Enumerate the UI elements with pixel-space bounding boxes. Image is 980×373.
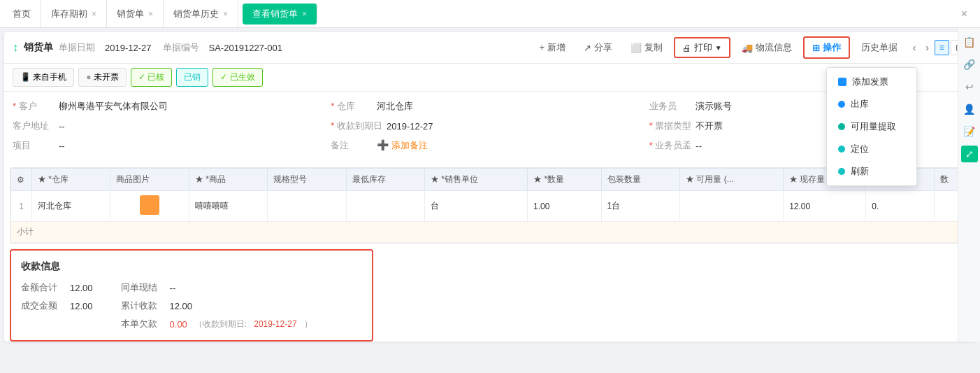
dropdown-refresh[interactable]: 刷新 xyxy=(827,160,916,183)
payment-col-left: 金额合计 12.00 成交金额 12.00 xyxy=(21,281,93,330)
dropdown-available-extract[interactable]: 可用量提取 xyxy=(827,115,916,138)
bill-type-field: 票据类型 不开票 xyxy=(649,120,967,132)
row-pack-qty: 1台 xyxy=(601,191,679,222)
sidebar-icon-return[interactable]: ↩ xyxy=(961,78,978,95)
operation-button[interactable]: ⊞ 操作 xyxy=(805,38,848,57)
tab-view-sales-close[interactable]: × xyxy=(302,9,307,19)
tab-home[interactable]: 首页 xyxy=(6,0,41,27)
sales-icon: ↕ xyxy=(13,41,18,54)
tab-sales-order[interactable]: 销货单 × xyxy=(107,0,164,27)
fields-row-2: 客户地址 -- 收款到期日 2019-12-27 票据类型 不开票 xyxy=(13,120,967,132)
payment-date-field: 收款到期日 2019-12-27 xyxy=(331,120,649,132)
form-title: 销货单 xyxy=(24,41,53,54)
operation-grid-icon: ⊞ xyxy=(812,43,820,53)
check-icon: ✓ xyxy=(138,72,145,82)
row-product-img xyxy=(110,191,189,222)
not-open-dot: ● xyxy=(86,72,91,82)
dropdown-locate[interactable]: 定位 xyxy=(827,138,916,160)
add-button[interactable]: + 新增 xyxy=(533,38,572,57)
salesman-field: 业务员孟 -- xyxy=(649,139,967,152)
logistics-button[interactable]: 🚚 物流信息 xyxy=(735,38,799,57)
owe-item: 本单欠款 0.00 （收款到期日: 2019-12-27 ） xyxy=(121,318,312,330)
fields-row-1: 客户 柳州粤港平安气体有限公司 仓库 河北仓库 业务员 演示账号 xyxy=(13,100,967,113)
sidebar-icon-user[interactable]: 👤 xyxy=(961,101,978,118)
row-price: 0. xyxy=(866,191,934,222)
mobile-icon: 📱 xyxy=(20,72,31,82)
sidebar-icon-clipboard[interactable]: 📋 xyxy=(961,34,978,50)
fields-row-3: 项目 -- 备注 ➕ 添加备注 业务员孟 -- xyxy=(13,139,967,152)
print-dropdown-icon: ▼ xyxy=(715,44,722,52)
col-settings[interactable]: ⚙ xyxy=(11,169,32,191)
tab-sales-history-close[interactable]: × xyxy=(223,9,228,19)
customer-field: 客户 柳州粤港平安气体有限公司 xyxy=(13,100,331,113)
form-title-area: ↕ 销货单 xyxy=(13,41,53,54)
right-sidebar: 📋 🔗 ↩ 👤 📝 ⤢ xyxy=(958,28,980,342)
row-spec xyxy=(268,191,346,222)
tab-inventory-init[interactable]: 库存期初 × xyxy=(41,0,107,27)
sidebar-icon-note[interactable]: 📝 xyxy=(961,123,978,140)
row-product: 嘻嘻嘻嘻 xyxy=(189,191,267,222)
deal-amount-item: 成交金额 12.00 xyxy=(21,300,93,312)
sidebar-icon-link[interactable]: 🔗 xyxy=(961,56,978,73)
operation-dropdown: 添加发票 出库 可用量提取 定位 刷新 xyxy=(826,67,917,186)
print-icon: 🖨 xyxy=(682,43,691,53)
cumulative-item: 累计收款 12.00 xyxy=(121,300,312,312)
share-button[interactable]: ↗ 分享 xyxy=(577,38,619,57)
not-open-button[interactable]: ● 未开票 xyxy=(78,68,127,87)
operation-highlight-box: ⊞ 操作 xyxy=(803,36,850,59)
date-field: 单据日期 2019-12-27 xyxy=(59,41,152,54)
effective-button[interactable]: ✓ 已生效 xyxy=(212,68,262,87)
total-amount-item: 金额合计 12.00 xyxy=(21,281,93,294)
row-quantity: 1.00 xyxy=(528,191,602,222)
sidebar-icon-expand[interactable]: ⤢ xyxy=(961,146,978,162)
row-current-stock: 12.00 xyxy=(784,191,866,222)
copy-icon: ⬜ xyxy=(630,43,642,53)
memo-field: 备注 ➕ 添加备注 xyxy=(331,139,649,152)
share-icon: ↗ xyxy=(584,43,591,53)
col-quantity: ★ *数量 xyxy=(528,169,602,191)
dropdown-add-invoice[interactable]: 添加发票 xyxy=(827,71,916,93)
form-toolbar: ↕ 销货单 单据日期 2019-12-27 单据编号 SA-20191227-0… xyxy=(4,32,976,64)
same-order-item: 同单现结 -- xyxy=(121,281,312,294)
subtotal-row: 小计 xyxy=(11,222,970,243)
warehouse-field: 仓库 河北仓库 xyxy=(331,100,649,113)
tab-view-sales[interactable]: 查看销货单 × xyxy=(243,3,317,24)
copy-button[interactable]: ⬜ 复制 xyxy=(624,38,670,57)
sold-button[interactable]: 已销 xyxy=(176,68,208,87)
row-min-stock xyxy=(346,191,424,222)
subtotal-label: 小计 xyxy=(11,222,970,243)
list-view-button[interactable]: ≡ xyxy=(935,40,949,55)
tab-inventory-init-close[interactable]: × xyxy=(92,9,96,19)
payment-title: 收款信息 xyxy=(21,260,362,273)
col-min-stock: 最低库存 xyxy=(346,169,424,191)
print-button[interactable]: 🖨 打印 ▼ xyxy=(674,37,730,58)
add-invoice-icon xyxy=(838,78,846,86)
history-button[interactable]: 历史单据 xyxy=(854,38,905,57)
col-warehouse: ★ *仓库 xyxy=(32,169,110,191)
address-field: 客户地址 -- xyxy=(13,120,331,132)
tab-sales-history[interactable]: 销货单历史 × xyxy=(164,0,238,27)
col-unit: ★ *销售单位 xyxy=(425,169,528,191)
table-header-row: ⚙ ★ *仓库 商品图片 ★ *商品 规格型号 最低库存 ★ *销售单位 ★ *… xyxy=(11,169,970,191)
prev-doc-button[interactable]: ‹ xyxy=(909,40,921,55)
payment-col-right: 同单现结 -- 累计收款 12.00 本单欠款 0.00 （收款到期日: 201… xyxy=(121,281,312,330)
number-field: 单据编号 SA-20191227-001 xyxy=(163,41,283,54)
col-spec: 规格型号 xyxy=(268,169,346,191)
next-doc-button[interactable]: › xyxy=(921,40,933,55)
check-button[interactable]: ✓ 已核 xyxy=(131,68,172,87)
effective-icon: ✓ xyxy=(220,72,227,82)
dropdown-outbound[interactable]: 出库 xyxy=(827,93,916,115)
from-mobile-button[interactable]: 📱 来自手机 xyxy=(13,68,74,87)
add-memo-button[interactable]: ➕ 添加备注 xyxy=(377,139,428,152)
col-pack-qty: 包装数量 xyxy=(601,169,679,191)
refresh-icon xyxy=(838,168,845,175)
locate-icon xyxy=(838,146,845,153)
tab-bar: 首页 库存期初 × 销货单 × 销货单历史 × 查看销货单 × × xyxy=(0,0,980,28)
project-field: 项目 -- xyxy=(13,139,331,152)
row-unit: 台 xyxy=(425,191,528,222)
form-actions: + 新增 ↗ 分享 ⬜ 复制 🖨 打印 ▼ 🚚 物流信息 xyxy=(533,36,967,59)
logistics-icon: 🚚 xyxy=(742,43,753,53)
tab-sales-order-close[interactable]: × xyxy=(148,9,153,19)
close-all-tabs[interactable]: × xyxy=(954,8,974,20)
table-row: 1 河北仓库 嘻嘻嘻嘻 台 1.00 1台 12.00 0. xyxy=(11,191,970,222)
